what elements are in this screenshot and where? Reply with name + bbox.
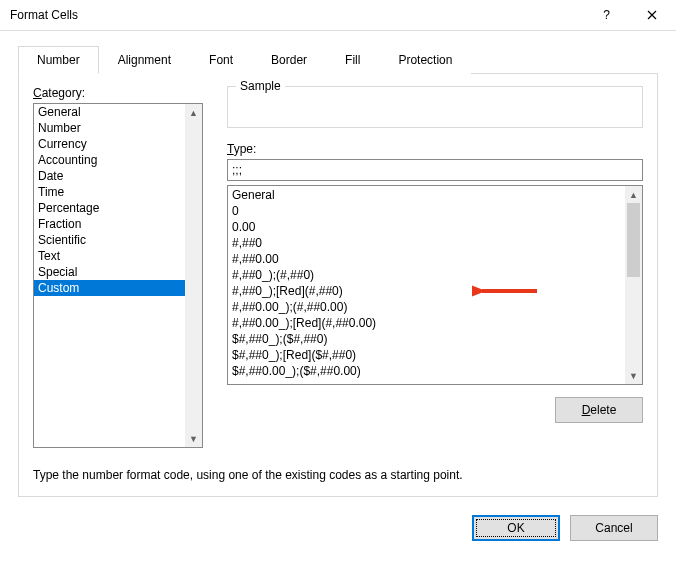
category-item[interactable]: Date [34, 168, 185, 184]
scroll-up-icon[interactable]: ▲ [625, 186, 642, 203]
category-listbox[interactable]: GeneralNumberCurrencyAccountingDateTimeP… [33, 103, 203, 448]
number-panel: Category: GeneralNumberCurrencyAccountin… [18, 74, 658, 497]
format-code-item[interactable]: #,##0_);[Red](#,##0) [231, 283, 622, 299]
scroll-down-icon[interactable]: ▼ [185, 430, 202, 447]
format-code-item[interactable]: $#,##0_);[Red]($#,##0) [231, 347, 622, 363]
tab-alignment[interactable]: Alignment [99, 46, 190, 74]
format-code-listbox[interactable]: General00.00#,##0#,##0.00#,##0_);(#,##0)… [227, 185, 643, 385]
sample-label: Sample [236, 79, 285, 93]
format-code-item[interactable]: $#,##0_);($#,##0) [231, 331, 622, 347]
scrollbar[interactable]: ▲ ▼ [185, 104, 202, 447]
category-item[interactable]: Accounting [34, 152, 185, 168]
format-code-item[interactable]: 0.00 [231, 219, 622, 235]
scroll-up-icon[interactable]: ▲ [185, 104, 202, 121]
close-button[interactable] [629, 1, 674, 30]
tab-fill[interactable]: Fill [326, 46, 379, 74]
category-item[interactable]: General [34, 104, 185, 120]
dialog-footer: OK Cancel [0, 515, 676, 551]
tab-border[interactable]: Border [252, 46, 326, 74]
format-code-item[interactable]: 0 [231, 203, 622, 219]
format-code-item[interactable]: #,##0_);(#,##0) [231, 267, 622, 283]
ok-button[interactable]: OK [472, 515, 560, 541]
format-code-item[interactable]: General [231, 187, 622, 203]
tab-protection[interactable]: Protection [379, 46, 471, 74]
category-item[interactable]: Number [34, 120, 185, 136]
help-button[interactable]: ? [584, 1, 629, 30]
format-code-item[interactable]: #,##0 [231, 235, 622, 251]
dialog-title: Format Cells [10, 8, 584, 22]
sample-group: Sample [227, 86, 643, 128]
category-item[interactable]: Percentage [34, 200, 185, 216]
category-item[interactable]: Scientific [34, 232, 185, 248]
format-code-item[interactable]: #,##0.00 [231, 251, 622, 267]
format-code-item[interactable]: #,##0.00_);(#,##0.00) [231, 299, 622, 315]
tab-font[interactable]: Font [190, 46, 252, 74]
type-input[interactable] [227, 159, 643, 181]
dialog-content: Number Alignment Font Border Fill Protec… [0, 31, 676, 515]
hint-text: Type the number format code, using one o… [33, 468, 643, 482]
tab-number[interactable]: Number [18, 46, 99, 74]
category-item[interactable]: Currency [34, 136, 185, 152]
scroll-down-icon[interactable]: ▼ [625, 367, 642, 384]
category-item[interactable]: Fraction [34, 216, 185, 232]
category-item[interactable]: Custom [34, 280, 185, 296]
close-icon [647, 10, 657, 20]
format-code-item[interactable]: #,##0.00_);[Red](#,##0.00) [231, 315, 622, 331]
category-item[interactable]: Special [34, 264, 185, 280]
delete-button[interactable]: Delete [555, 397, 643, 423]
category-item[interactable]: Time [34, 184, 185, 200]
tab-strip: Number Alignment Font Border Fill Protec… [18, 45, 658, 74]
category-label: Category: [33, 86, 203, 100]
title-bar: Format Cells ? [0, 0, 676, 31]
cancel-button[interactable]: Cancel [570, 515, 658, 541]
type-label: Type: [227, 142, 643, 156]
scrollbar[interactable]: ▲ ▼ [625, 186, 642, 384]
category-item[interactable]: Text [34, 248, 185, 264]
format-code-item[interactable]: $#,##0.00_);($#,##0.00) [231, 363, 622, 379]
